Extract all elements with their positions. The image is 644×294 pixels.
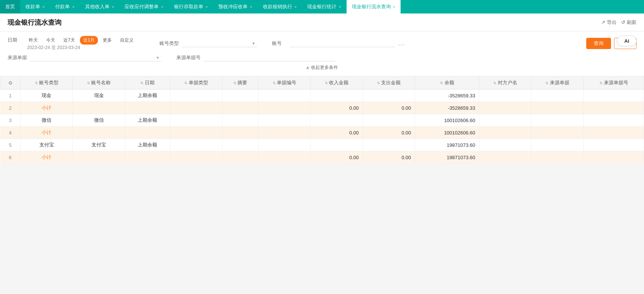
export-button[interactable]: ↗ 导出 [601, 19, 617, 26]
table-row: 6小计0.000.0019871073.60 [0, 151, 644, 164]
table-cell [479, 114, 531, 127]
account-dots-button[interactable]: ... [398, 40, 405, 47]
table-cell [258, 139, 311, 151]
export-icon: ↗ [601, 19, 605, 25]
table-cell: 3 [0, 114, 21, 127]
nav-receipts[interactable]: 收款单 × [20, 0, 50, 13]
query-button[interactable]: 查询 [586, 38, 611, 49]
col-counterparty: ⇅ 对方户名 [479, 76, 531, 90]
nav-cash-bank-stat[interactable]: 现金银行统计 × [302, 0, 346, 13]
table-cell: 微信 [73, 114, 125, 127]
account-input[interactable] [290, 40, 395, 47]
table-cell: 6 [0, 151, 21, 164]
col-account-name: ⇅ 账号名称 [73, 76, 125, 90]
close-cash-bank-flow-icon[interactable]: × [393, 0, 395, 13]
date-btn-today[interactable]: 今天 [43, 36, 59, 45]
table-cell [73, 127, 125, 139]
nav-bank-deposit[interactable]: 银行存取款单 × [169, 0, 213, 13]
page-title: 现金银行流水查询 [8, 18, 62, 27]
table-cell [73, 102, 125, 114]
table-cell: 0.00 [363, 102, 415, 114]
table-cell [479, 102, 531, 114]
table-cell [584, 151, 644, 164]
refresh-button[interactable]: ↺ 刷新 [621, 19, 636, 26]
source-doc-no-input[interactable] [204, 54, 335, 61]
close-receipts-icon[interactable]: × [42, 0, 45, 13]
table-cell: -3528659.33 [415, 102, 479, 114]
collapse-bar[interactable]: ∧ 收起更多条件 [8, 63, 636, 73]
table-cell: 0.00 [311, 127, 363, 139]
refresh-icon: ↺ [621, 19, 625, 25]
nav-ar-adjust[interactable]: 应收应付调整单 × [119, 0, 168, 13]
account-type-select-wrapper: 现金 微信 支付宝 ▼ [182, 40, 257, 47]
col-balance: ⇅ 余额 [415, 76, 479, 90]
table-cell: 支付宝 [21, 139, 73, 151]
col-doc-no: ⇅ 单据编号 [258, 76, 311, 90]
table-cell [170, 139, 222, 151]
table-cell [170, 102, 222, 114]
table-cell [531, 90, 584, 102]
filter-area: 日期 昨天 今天 近7天 近1月 更多 自定义 2023-02-24 至 202… [0, 31, 644, 76]
page-header: 现金银行流水查询 ↗ 导出 ↺ 刷新 [0, 13, 644, 31]
table-cell: 0.00 [363, 151, 415, 164]
table-cell [363, 114, 415, 127]
table-cell [479, 127, 531, 139]
col-settings[interactable]: ⚙ [0, 76, 21, 90]
nav-home[interactable]: 首页 [0, 0, 20, 13]
table-cell [584, 114, 644, 127]
date-btn-custom[interactable]: 自定义 [117, 36, 137, 45]
table-cell [222, 127, 258, 139]
close-other-income-icon[interactable]: × [112, 0, 114, 13]
col-summary: ⇅ 摘要 [222, 76, 258, 90]
nav-cash-bank-flow[interactable]: 现金银行流水查询 × [347, 0, 401, 13]
table-cell [222, 102, 258, 114]
close-ar-adjust-icon[interactable]: × [161, 0, 163, 13]
date-btn-1month[interactable]: 近1月 [80, 36, 98, 45]
table-cell: 0.00 [311, 102, 363, 114]
col-source-doc-no: ⇅ 来源单据号 [584, 76, 644, 90]
table-cell [479, 139, 531, 151]
account-type-select[interactable]: 现金 微信 支付宝 [182, 40, 257, 47]
nav-payments[interactable]: 付款单 × [50, 0, 80, 13]
filter-row-source: 来源单据 ▼ 来源单据号 [8, 54, 636, 61]
table-cell [479, 90, 531, 102]
source-doc-select-wrapper: ▼ [30, 54, 161, 61]
table-cell [125, 102, 170, 114]
nav-other-income[interactable]: 其他收入单 × [80, 0, 119, 13]
date-options: 昨天 今天 近7天 近1月 更多 自定义 [26, 36, 137, 45]
data-table-container: ⚙ ⇅ 账号类型 ⇅ 账号名称 ⇅ 日期 ⇅ 单据类型 ⇅ 摘要 [0, 76, 644, 164]
close-advance-offset-icon[interactable]: × [250, 0, 252, 13]
table-cell [584, 127, 644, 139]
table-cell [170, 151, 222, 164]
table-cell [363, 139, 415, 151]
col-source-doc: ⇅ 来源单据 [531, 76, 584, 90]
nav-collection-exec[interactable]: 收款核销执行 × [258, 0, 302, 13]
table-cell: 1 [0, 90, 21, 102]
table-cell [531, 139, 584, 151]
col-income: ⇅ 收入金额 [311, 76, 363, 90]
table-cell [258, 127, 311, 139]
close-collection-exec-icon[interactable]: × [294, 0, 297, 13]
date-btn-7days[interactable]: 近7天 [60, 36, 78, 45]
close-bank-deposit-icon[interactable]: × [206, 0, 208, 13]
table-cell: 19871073.60 [415, 139, 479, 151]
gear-icon[interactable]: ⚙ [8, 80, 13, 86]
date-btn-more[interactable]: 更多 [99, 36, 115, 45]
table-row: 3微信微信上期余额100102606.60 [0, 114, 644, 127]
table-cell: 上期余额 [125, 114, 170, 127]
table-cell [584, 139, 644, 151]
table-cell: 100102606.60 [415, 114, 479, 127]
col-expense: ⇅ 支出金额 [363, 76, 415, 90]
ai-badge[interactable]: Ai [617, 36, 636, 46]
table-cell [258, 90, 311, 102]
table-cell [258, 102, 311, 114]
close-payments-icon[interactable]: × [72, 0, 74, 13]
close-cash-bank-stat-icon[interactable]: × [339, 0, 341, 13]
table-cell [584, 90, 644, 102]
source-doc-select[interactable] [30, 54, 158, 61]
date-btn-yesterday[interactable]: 昨天 [26, 36, 41, 45]
nav-advance-offset[interactable]: 预收冲应收单 × [213, 0, 257, 13]
table-cell: 100102606.60 [415, 127, 479, 139]
table-cell: 小计 [21, 127, 73, 139]
table-cell: 支付宝 [73, 139, 125, 151]
